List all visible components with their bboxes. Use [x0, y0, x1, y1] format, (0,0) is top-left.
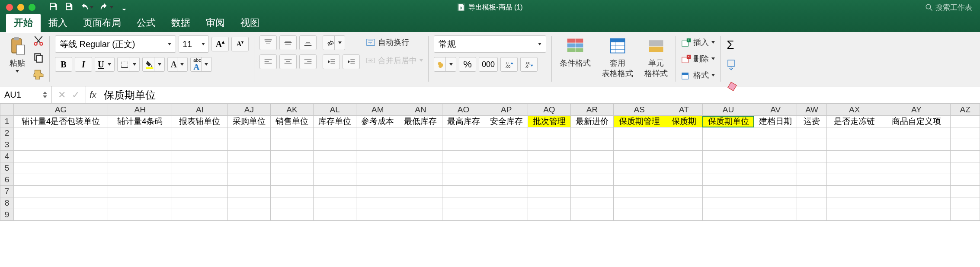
- cell[interactable]: [665, 209, 703, 221]
- cell[interactable]: [702, 139, 754, 151]
- cell[interactable]: [797, 139, 827, 151]
- cell[interactable]: 保质期: [665, 116, 703, 127]
- row-header[interactable]: 7: [0, 186, 14, 197]
- cell[interactable]: 最新进价: [570, 116, 613, 127]
- cell[interactable]: 最高库存: [442, 116, 485, 127]
- cell[interactable]: 参考成本: [356, 116, 399, 127]
- cell[interactable]: [485, 127, 528, 139]
- cell[interactable]: [108, 209, 172, 221]
- cell[interactable]: [882, 139, 951, 151]
- row-header[interactable]: 9: [0, 209, 14, 221]
- cell[interactable]: [108, 174, 172, 186]
- cell[interactable]: 保质期单位: [702, 116, 754, 127]
- cell[interactable]: 报表辅单位: [172, 116, 228, 127]
- orientation-button[interactable]: ab: [323, 35, 345, 50]
- cell[interactable]: [528, 174, 570, 186]
- cell[interactable]: [826, 139, 882, 151]
- decrease-font-button[interactable]: A▾: [231, 37, 249, 51]
- align-bottom-button[interactable]: [299, 35, 317, 50]
- autosum-icon[interactable]: Σ: [726, 38, 739, 53]
- name-box[interactable]: AU1: [0, 86, 52, 103]
- delete-cells-button[interactable]: × 删除: [681, 52, 715, 66]
- cell[interactable]: [108, 139, 172, 151]
- cell[interactable]: [882, 151, 951, 162]
- cell[interactable]: [826, 151, 882, 162]
- cell[interactable]: [108, 162, 172, 174]
- column-header[interactable]: AT: [665, 104, 703, 116]
- cancel-formula-icon[interactable]: ✕: [58, 89, 66, 101]
- cell[interactable]: [951, 139, 980, 151]
- column-header[interactable]: AK: [270, 104, 313, 116]
- cell[interactable]: [13, 151, 108, 162]
- cell[interactable]: [797, 209, 827, 221]
- cell[interactable]: [442, 197, 485, 209]
- cell[interactable]: [172, 151, 228, 162]
- cell[interactable]: 最低库存: [399, 116, 442, 127]
- cell[interactable]: [951, 127, 980, 139]
- cell[interactable]: [797, 174, 827, 186]
- cell[interactable]: [485, 174, 528, 186]
- cell[interactable]: [270, 139, 313, 151]
- cell[interactable]: [614, 197, 665, 209]
- fill-icon[interactable]: [726, 58, 739, 73]
- cell[interactable]: [314, 162, 356, 174]
- cell[interactable]: [270, 186, 313, 197]
- column-header[interactable]: AM: [356, 104, 399, 116]
- row-header[interactable]: 1: [0, 116, 14, 127]
- merge-center-button[interactable]: 合并后居中: [366, 54, 423, 67]
- font-name-select[interactable]: 等线 Regular (正文): [55, 35, 176, 53]
- cell[interactable]: [882, 127, 951, 139]
- cell[interactable]: [754, 174, 797, 186]
- cell[interactable]: [665, 174, 703, 186]
- align-middle-button[interactable]: [279, 35, 297, 50]
- cell[interactable]: [108, 151, 172, 162]
- cell[interactable]: [882, 209, 951, 221]
- paste-button[interactable]: 粘贴: [5, 35, 29, 81]
- cell[interactable]: [882, 174, 951, 186]
- cell[interactable]: [227, 139, 270, 151]
- cell[interactable]: [570, 209, 613, 221]
- increase-decimal-button[interactable]: .0.00: [500, 57, 518, 72]
- column-header[interactable]: AP: [485, 104, 528, 116]
- wrap-text-button[interactable]: 自动换行: [366, 35, 423, 49]
- cell[interactable]: [754, 139, 797, 151]
- decrease-decimal-button[interactable]: .00.0: [520, 57, 538, 72]
- cell[interactable]: [314, 139, 356, 151]
- number-format-select[interactable]: 常规: [434, 35, 546, 53]
- cell[interactable]: [314, 127, 356, 139]
- cell[interactable]: [826, 186, 882, 197]
- cell[interactable]: [108, 197, 172, 209]
- cell[interactable]: [227, 127, 270, 139]
- row-header[interactable]: 8: [0, 197, 14, 209]
- increase-font-button[interactable]: A▴: [211, 37, 229, 51]
- cell[interactable]: 安全库存: [485, 116, 528, 127]
- cell[interactable]: [826, 209, 882, 221]
- spreadsheet-grid[interactable]: AGAHAIAJAKALAMANAOAPAQARASATAUAVAWAXAYAZ…: [0, 104, 980, 221]
- cell[interactable]: [826, 174, 882, 186]
- cell[interactable]: [882, 162, 951, 174]
- search-sheet[interactable]: 搜索工作表: [925, 3, 972, 13]
- currency-button[interactable]: [434, 57, 456, 72]
- cell[interactable]: [356, 197, 399, 209]
- cell[interactable]: [399, 162, 442, 174]
- align-center-button[interactable]: [279, 54, 297, 69]
- font-color-button[interactable]: A: [167, 57, 187, 72]
- align-top-button[interactable]: [259, 35, 277, 50]
- cell[interactable]: [528, 127, 570, 139]
- cell[interactable]: [951, 209, 980, 221]
- cell[interactable]: [882, 197, 951, 209]
- column-header[interactable]: AS: [614, 104, 665, 116]
- column-header[interactable]: AJ: [227, 104, 270, 116]
- underline-button[interactable]: U: [95, 57, 115, 72]
- italic-button[interactable]: I: [75, 57, 92, 72]
- cell[interactable]: [314, 186, 356, 197]
- fx-icon[interactable]: fx: [86, 86, 99, 103]
- cell[interactable]: [614, 186, 665, 197]
- cell[interactable]: 运费: [797, 116, 827, 127]
- cell[interactable]: [570, 197, 613, 209]
- cell[interactable]: [13, 127, 108, 139]
- cell[interactable]: [570, 174, 613, 186]
- cell[interactable]: [13, 162, 108, 174]
- cell[interactable]: [270, 151, 313, 162]
- cell[interactable]: [797, 151, 827, 162]
